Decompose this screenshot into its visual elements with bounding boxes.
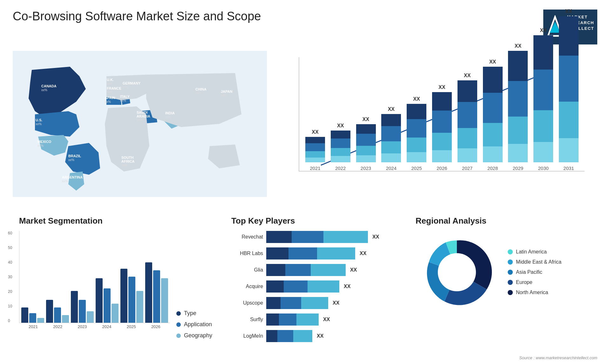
player-name-glia: Glia <box>231 267 263 273</box>
players-list: Revechat XX HBR Labs <box>231 231 396 342</box>
north-america-dot <box>508 290 513 295</box>
legend-type: Type <box>176 310 212 317</box>
bar-2021: XX 2021 <box>305 129 325 171</box>
segmentation-title: Market Segmentation <box>19 216 212 226</box>
india-sub: xx% <box>165 115 171 119</box>
seg-bars-area <box>19 231 170 323</box>
legend-asia-pacific: Asia Pacific <box>508 269 561 275</box>
acquire-xx: XX <box>344 284 350 289</box>
middle-east-label: Middle East & Africa <box>516 259 561 265</box>
player-revechat: Revechat XX <box>231 231 396 243</box>
hbrlabs-xx: XX <box>360 251 366 256</box>
latin-america-dot <box>508 249 513 254</box>
player-bar-upscope: XX <box>266 297 396 309</box>
player-bar-hbrlabs: XX <box>266 247 396 260</box>
mexico-sub: xx% <box>37 144 44 147</box>
player-name-surfly: Surfly <box>231 317 263 322</box>
y-axis: 6050403020100 <box>8 231 12 323</box>
player-bar-logmein: XX <box>266 330 396 342</box>
legend-geography-label: Geography <box>184 332 212 339</box>
legend-type-label: Type <box>184 310 196 317</box>
saudi-label2: ARABIA <box>137 114 150 118</box>
player-bar-revechat: XX <box>266 231 396 243</box>
north-america-label: North America <box>516 290 548 295</box>
saudi-sub: xx% <box>137 118 143 122</box>
bar-2030: XX 2030 <box>533 28 553 171</box>
player-bar-glia: XX <box>266 264 396 276</box>
bar-2023: XX 2023 <box>356 117 376 171</box>
seg-bar-2026 <box>145 262 168 323</box>
brazil-label: BRAZIL <box>68 154 81 158</box>
growth-bar-chart: XX 2021 XX <box>280 51 597 203</box>
seg-bar-2024 <box>96 278 119 323</box>
latin-america-label: Latin America <box>516 249 547 255</box>
europe-label: Europe <box>516 280 532 285</box>
revechat-xx: XX <box>372 234 379 240</box>
seg-chart-area: 6050403020100 <box>19 231 212 339</box>
top-section: CANADA xx% U.S. xx% MEXICO xx% BRAZIL xx… <box>13 51 597 203</box>
bar-chart-bars: XX 2021 XX <box>299 57 585 172</box>
china-sub: xx% <box>195 91 201 95</box>
europe-dot <box>508 280 513 285</box>
france-label: FRANCE <box>107 86 121 90</box>
player-name-acquire: Acquire <box>231 284 263 289</box>
uk-sub: xx% <box>107 82 113 85</box>
player-upscope: Upscope XX <box>231 297 396 309</box>
seg-bar-chart: 6050403020100 <box>19 231 170 339</box>
bar-2031: XX 2031 <box>559 9 579 171</box>
saudi-label: SAUDI <box>137 111 147 114</box>
asia-base <box>146 73 241 127</box>
china-label: CHINA <box>195 87 207 91</box>
application-dot <box>176 322 181 327</box>
canada-label: CANADA <box>41 84 57 88</box>
seg-bar-2025 <box>120 269 143 323</box>
regional-title: Regional Analysis <box>416 216 591 226</box>
glia-xx: XX <box>350 267 357 273</box>
main-container: Co-Browsing Software Market Size and Sco… <box>0 0 610 364</box>
geography-dot <box>176 334 181 338</box>
player-logmein: LogMeIn XX <box>231 330 396 342</box>
asia-pacific-label: Asia Pacific <box>516 269 542 275</box>
regional-section: Regional Analysis <box>409 213 597 364</box>
player-name-revechat: Revechat <box>231 234 263 240</box>
legend-application-label: Application <box>184 321 212 328</box>
logmein-xx: XX <box>317 333 323 339</box>
japan-sub: xx% <box>221 94 227 97</box>
seg-bar-2023 <box>71 291 94 323</box>
legend-middle-east: Middle East & Africa <box>508 259 561 265</box>
player-acquire: Acquire XX <box>231 280 396 293</box>
legend-application: Application <box>176 321 212 328</box>
page-title: Co-Browsing Software Market Size and Sco… <box>13 10 261 23</box>
upscope-xx: XX <box>333 300 339 306</box>
legend-europe: Europe <box>508 280 561 285</box>
regional-legend: Latin America Middle East & Africa Asia … <box>508 249 561 295</box>
argentina-label: ARGENTINA <box>62 175 83 179</box>
spain-sub: xx% <box>105 100 111 104</box>
germany-sub: xx% <box>123 85 129 89</box>
bar-2029: XX 2029 <box>508 43 528 171</box>
player-bar-acquire: XX <box>266 280 396 293</box>
france-sub: xx% <box>107 91 113 94</box>
player-bar-surfly: XX <box>266 313 396 326</box>
seg-bar-2021 <box>21 307 44 323</box>
mexico-label: MEXICO <box>37 140 51 144</box>
world-map: CANADA xx% U.S. xx% MEXICO xx% BRAZIL xx… <box>13 51 273 203</box>
bar-2026: XX 2026 <box>432 84 452 171</box>
segmentation-section: Market Segmentation 6050403020100 <box>13 213 219 364</box>
asia-pacific-dot <box>508 270 513 275</box>
players-title: Top Key Players <box>231 216 396 226</box>
donut-area: Latin America Middle East & Africa Asia … <box>416 231 591 313</box>
legend-latin-america: Latin America <box>508 249 561 255</box>
bar-2027: XX 2027 <box>458 73 477 171</box>
source-text: Source : www.marketresearchintellect.com <box>519 355 597 360</box>
bar-2028: XX 2028 <box>483 59 503 171</box>
seg-bar-2022 <box>46 300 69 323</box>
surfly-xx: XX <box>323 317 330 322</box>
player-surfly: Surfly XX <box>231 313 396 326</box>
japan-label: JAPAN <box>221 90 233 93</box>
canada-sub: xx% <box>41 88 47 92</box>
player-name-upscope: Upscope <box>231 300 263 306</box>
southafrica-sub: xx% <box>121 164 127 167</box>
seg-year-labels: 202120222023202420252026 <box>19 323 170 329</box>
player-hbrlabs: HBR Labs XX <box>231 247 396 260</box>
